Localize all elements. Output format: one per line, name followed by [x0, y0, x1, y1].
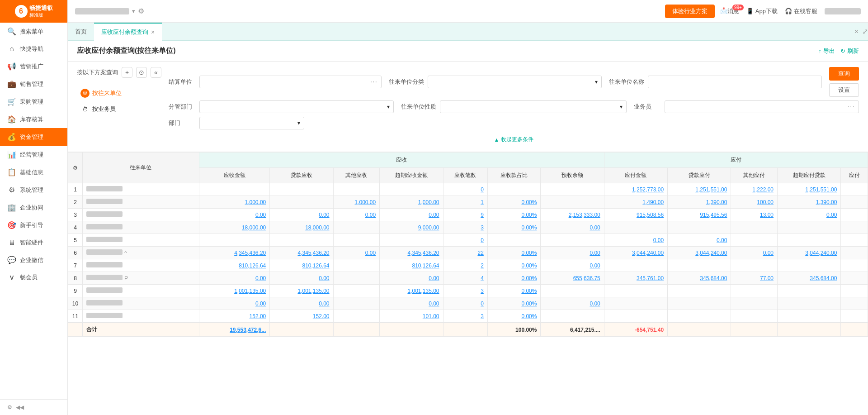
home-icon: ⌂	[7, 45, 16, 53]
scheme-salesman-label: 按业务员	[92, 105, 116, 113]
refresh-action[interactable]: ↻ 刷新	[840, 47, 859, 55]
footer-ar-ratio: 100.00%	[487, 323, 541, 337]
partner-cell	[83, 234, 199, 247]
partner-category-select[interactable]: ▾	[428, 76, 602, 88]
sidebar-item-inventory[interactable]: 🏠 库存核算	[0, 110, 67, 128]
page-actions: ↑ 导出 ↻ 刷新	[819, 47, 859, 55]
collapse-bar[interactable]: ▲ 收起更多条件	[169, 133, 859, 146]
table-settings-icon[interactable]: ⚙	[73, 165, 78, 171]
dept-head-select[interactable]: ▾	[199, 100, 394, 113]
tab-home[interactable]: 首页	[68, 23, 94, 41]
settings-button[interactable]: 设置	[829, 83, 859, 97]
sidebar-item-wechat[interactable]: 💬 企业微信	[0, 251, 67, 269]
salesman-input[interactable]: ···	[665, 100, 859, 113]
footer-ar-amount[interactable]: 19,553,472,6...	[199, 323, 269, 337]
member-icon: V	[7, 274, 16, 281]
sidebar-item-system[interactable]: ⚙ 系统管理	[0, 181, 67, 199]
footer-ar-prepay: 6,417,215....	[541, 323, 604, 337]
ar-group-header: 应收	[199, 153, 604, 168]
sidebar-item-guide[interactable]: 🎯 新手引导	[0, 216, 67, 234]
app-download-action[interactable]: 📱 App下载	[746, 7, 778, 15]
sidebar-item-hardware[interactable]: 🖥 智能硬件	[0, 234, 67, 251]
sidebar-item-marketing[interactable]: 📢 营销推广	[0, 57, 67, 75]
logo-icon: 6	[15, 5, 28, 18]
sidebar-item-label: 畅会员	[20, 273, 38, 281]
footer-ar-loan	[270, 323, 333, 337]
partner-cell	[83, 209, 199, 221]
search-icon: 🔍	[7, 27, 16, 36]
settings-col-header[interactable]: ⚙	[68, 153, 83, 183]
partner-category-label: 往来单位分类	[389, 78, 424, 86]
filter-field-salesman: 业务员 ···	[634, 100, 859, 113]
system-icon: ⚙	[7, 186, 16, 194]
sidebar-item-purchase[interactable]: 🛒 采购管理	[0, 93, 67, 110]
data-table: ⚙ 往来单位 应收 应付 应收金额 贷款应收 其他应收 超	[68, 152, 868, 337]
ap-other-header: 其他应付	[731, 168, 778, 183]
footer-settings-cell	[68, 323, 83, 337]
window-controls: × ⤢	[854, 27, 868, 36]
filter-scheme-panel: 按以下方案查询 + ⊙ « W 按往来单位 ⏱ 按业务员	[77, 67, 161, 146]
partner-blurred	[86, 262, 123, 267]
sidebar-item-capital[interactable]: 💰 资金管理	[0, 128, 67, 146]
ar-other-header: 其他应收	[333, 168, 380, 183]
dept-select[interactable]: ▾	[199, 117, 304, 129]
partner-col-header: 往来单位	[83, 153, 199, 183]
sidebar-item-sales[interactable]: 💼 销售管理	[0, 75, 67, 93]
partner-blurred	[86, 249, 123, 255]
partner-nature-arrow-icon: ▾	[620, 104, 623, 110]
marketing-icon: 📢	[7, 62, 16, 71]
scheme-by-salesman[interactable]: ⏱ 按业务员	[77, 103, 161, 115]
message-badge: 99+	[732, 5, 744, 10]
salesman-label: 业务员	[634, 103, 661, 111]
partner-cell	[83, 285, 199, 297]
query-button[interactable]: 查询	[829, 67, 859, 81]
window-close-icon[interactable]: ×	[854, 28, 859, 36]
partner-blurred	[86, 275, 123, 280]
window-expand-icon[interactable]: ⤢	[862, 27, 868, 36]
dept-head-label: 分管部门	[169, 103, 196, 111]
footer-ap-other	[731, 323, 778, 337]
footer-settings-icon[interactable]: ⚙	[7, 404, 12, 410]
scheme-by-partner[interactable]: W 按往来单位	[77, 87, 161, 100]
partner-cell: P	[83, 272, 199, 285]
collapse-scheme-button[interactable]: «	[151, 67, 161, 78]
ap-overdue-header: 超期应付贷款	[778, 168, 841, 183]
sidebar-item-label: 营销推广	[20, 62, 43, 71]
edit-scheme-button[interactable]: ⊙	[136, 67, 147, 78]
footer-ar-other	[333, 323, 380, 337]
sidebar-item-basic[interactable]: 📋 基础信息	[0, 163, 67, 181]
add-scheme-button[interactable]: +	[122, 67, 132, 78]
sidebar-item-label: 库存核算	[20, 115, 43, 124]
settlement-input[interactable]: ···	[199, 76, 382, 88]
sidebar-item-search-menu[interactable]: 🔍 搜索菜单	[0, 23, 67, 40]
sidebar-item-member[interactable]: V 畅会员	[0, 269, 67, 286]
table-area[interactable]: ⚙ 往来单位 应收 应付 应收金额 贷款应收 其他应收 超	[68, 152, 868, 415]
footer-collapse-icon[interactable]: ◀◀	[16, 404, 24, 410]
sidebar-item-label: 新手引导	[20, 221, 43, 229]
ap-amount-header: 应付金额	[604, 168, 667, 183]
filter-row-1: 结算单位 ··· 往来单位分类 ▾ 往来单位	[169, 67, 859, 97]
customer-service-action[interactable]: 🎧 在线客服	[785, 7, 817, 15]
sidebar-item-label: 智能硬件	[20, 239, 43, 247]
table-row: 8P0.000.000.0040.00%655,636.75345,761.00…	[68, 272, 868, 285]
sidebar-item-quick-nav[interactable]: ⌂ 快捷导航	[0, 40, 67, 57]
partner-name-input[interactable]	[648, 76, 822, 88]
tab-close-icon[interactable]: ×	[151, 29, 155, 36]
row-num-cell: 6	[68, 247, 83, 259]
sidebar-item-label: 经营管理	[20, 151, 43, 159]
filter-row-2: 分管部门 ▾ 往来单位性质 ▾ 业务员	[169, 100, 859, 113]
gear-icon[interactable]: ⚙	[138, 7, 144, 15]
sidebar: 6 畅捷通叡 标准版 🔍 搜索菜单 ⌂ 快捷导航 📢 营销推广 💼 销售管理 🛒…	[0, 0, 68, 415]
sidebar-item-label: 系统管理	[20, 186, 43, 194]
sidebar-item-operation[interactable]: 📊 经营管理	[0, 146, 67, 163]
industry-solution-button[interactable]: 体验行业方案	[665, 5, 715, 18]
main-content: 应收应付余额查询(按往来单位) ↑ 导出 ↻ 刷新 按以下方案查询 + ⊙ «	[68, 41, 868, 415]
export-action[interactable]: ↑ 导出	[819, 47, 835, 55]
sidebar-item-label: 采购管理	[20, 98, 43, 106]
partner-nature-select[interactable]: ▾	[440, 100, 626, 113]
tab-ar-query[interactable]: 应收应付余额查询 ×	[94, 23, 162, 41]
message-action[interactable]: 📩 消息 99+	[720, 7, 739, 15]
sidebar-item-enterprise[interactable]: 🏢 企业协同	[0, 199, 67, 216]
tabbar: 首页 应收应付余额查询 × × ⤢	[68, 23, 868, 41]
row-num-cell: 9	[68, 285, 83, 297]
